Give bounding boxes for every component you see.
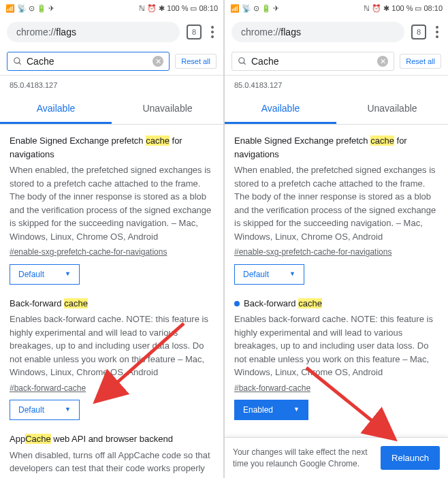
svg-point-3 xyxy=(239,58,244,63)
tabs: Available Unavailable xyxy=(225,95,448,125)
modified-dot-icon xyxy=(234,301,240,306)
relaunch-text: Your changes will take effect the next t… xyxy=(233,447,374,470)
flag-appcache: AppCache web API and browser backend Whe… xyxy=(10,432,214,478)
chevron-down-icon: ▼ xyxy=(293,405,300,415)
flag-title: AppCache web API and browser backend xyxy=(10,432,214,446)
flag-sxg-prefetch: Enable Signed Exchange prefetch cache fo… xyxy=(10,134,214,285)
clear-icon[interactable]: ✕ xyxy=(153,56,163,67)
tab-available[interactable]: Available xyxy=(0,95,112,124)
relaunch-button[interactable]: Relaunch xyxy=(381,446,440,470)
search-box[interactable]: ✕ xyxy=(7,52,170,71)
highlight: cache xyxy=(370,136,394,146)
time-text: 08:10 xyxy=(199,4,218,12)
highlight: cache xyxy=(64,298,88,308)
tabs: Available Unavailable xyxy=(0,95,223,125)
flag-back-forward-cache: Back-forward cache Enables back-forward … xyxy=(234,297,438,421)
search-input[interactable] xyxy=(251,56,373,67)
flag-link[interactable]: #back-forward-cache xyxy=(10,382,86,394)
tab-unavailable[interactable]: Unavailable xyxy=(112,95,223,124)
clear-icon[interactable]: ✕ xyxy=(377,56,388,67)
phone-left: 📶 📡 ⊙ 🔋 ✈ ℕ ⏰ ✱ 100 % ▭ 08:10 chrome://f… xyxy=(0,0,223,478)
flag-back-forward-cache: Back-forward cache Enables back-forward … xyxy=(10,297,214,421)
tab-available[interactable]: Available xyxy=(225,95,336,124)
flag-dropdown[interactable]: Enabled▼ xyxy=(234,400,308,420)
version-text: 85.0.4183.127 xyxy=(225,76,448,95)
flag-description: Enables back-forward cache. NOTE: this f… xyxy=(234,313,438,379)
status-bar: 📶 📡 ⊙ 🔋 ✈ ℕ ⏰ ✱ 100 % ▭ 08:10 xyxy=(225,0,448,16)
menu-icon[interactable] xyxy=(433,26,441,38)
highlight: Cache xyxy=(25,434,51,444)
time-text: 08:10 xyxy=(423,4,443,12)
flag-dropdown[interactable]: Default▼ xyxy=(234,264,304,285)
chevron-down-icon: ▼ xyxy=(65,405,71,415)
tab-unavailable[interactable]: Unavailable xyxy=(336,95,448,124)
url-field[interactable]: chrome://flags xyxy=(231,22,404,42)
flag-description: When disabled, turns off all AppCache co… xyxy=(10,449,214,479)
url-field[interactable]: chrome://flags xyxy=(7,22,180,42)
flag-dropdown[interactable]: Default▼ xyxy=(10,400,80,420)
battery-text: 100 % xyxy=(167,4,188,12)
chevron-down-icon: ▼ xyxy=(65,270,71,279)
relaunch-bar: Your changes will take effect the next t… xyxy=(225,437,448,478)
phone-right: 📶 📡 ⊙ 🔋 ✈ ℕ ⏰ ✱ 100 % ▭ 08:10 chrome://f… xyxy=(225,0,448,478)
tab-count-button[interactable]: 8 xyxy=(411,25,426,39)
url-prefix: chrome:// xyxy=(16,27,56,37)
flag-link[interactable]: #back-forward-cache xyxy=(234,382,310,394)
search-icon xyxy=(238,57,247,66)
flag-title: Back-forward cache xyxy=(234,297,438,310)
tab-count-button[interactable]: 8 xyxy=(187,25,202,39)
highlight: cache xyxy=(298,298,322,308)
search-box[interactable]: ✕ xyxy=(231,52,394,71)
search-row: ✕ Reset all xyxy=(0,48,223,76)
content-area: Enable Signed Exchange prefetch cache fo… xyxy=(225,125,448,478)
url-path: flags xyxy=(281,27,301,37)
url-prefix: chrome:// xyxy=(241,27,281,37)
url-bar: chrome://flags 8 xyxy=(225,16,448,48)
search-icon xyxy=(13,57,22,66)
flag-dropdown[interactable]: Default▼ xyxy=(10,264,80,285)
flag-link[interactable]: #enable-sxg-prefetch-cache-for-navigatio… xyxy=(234,246,391,258)
status-bar: 📶 📡 ⊙ 🔋 ✈ ℕ ⏰ ✱ 100 % ▭ 08:10 xyxy=(0,0,223,16)
flag-title: Enable Signed Exchange prefetch cache fo… xyxy=(234,134,438,161)
status-left: 📶 📡 ⊙ 🔋 ✈ xyxy=(5,4,54,13)
status-left: 📶 📡 ⊙ 🔋 ✈ xyxy=(230,4,279,13)
flag-title: Back-forward cache xyxy=(10,297,214,310)
content-area: Enable Signed Exchange prefetch cache fo… xyxy=(0,125,223,478)
status-right: ℕ ⏰ ✱ 100 % ▭ 08:10 xyxy=(139,4,218,13)
status-right: ℕ ⏰ ✱ 100 % ▭ 08:10 xyxy=(364,4,443,13)
chevron-down-icon: ▼ xyxy=(289,270,295,279)
search-input[interactable] xyxy=(27,56,148,67)
battery-text: 100 % xyxy=(391,4,413,12)
url-bar: chrome://flags 8 xyxy=(0,16,223,48)
flag-sxg-prefetch: Enable Signed Exchange prefetch cache fo… xyxy=(234,134,438,285)
flag-link[interactable]: #enable-sxg-prefetch-cache-for-navigatio… xyxy=(10,246,167,258)
version-text: 85.0.4183.127 xyxy=(0,76,223,95)
svg-line-1 xyxy=(19,63,21,65)
flag-description: When enabled, the prefetched signed exch… xyxy=(10,163,214,243)
flag-description: Enables back-forward cache. NOTE: this f… xyxy=(10,313,214,379)
reset-all-button[interactable]: Reset all xyxy=(400,54,441,69)
svg-line-4 xyxy=(244,63,246,65)
search-row: ✕ Reset all xyxy=(225,48,448,76)
menu-icon[interactable] xyxy=(208,26,217,38)
highlight: cache xyxy=(146,136,170,146)
url-path: flags xyxy=(56,27,76,37)
svg-point-0 xyxy=(14,58,20,63)
reset-all-button[interactable]: Reset all xyxy=(175,54,217,69)
flag-title: Enable Signed Exchange prefetch cache fo… xyxy=(10,134,214,161)
flag-description: When enabled, the prefetched signed exch… xyxy=(234,163,438,243)
